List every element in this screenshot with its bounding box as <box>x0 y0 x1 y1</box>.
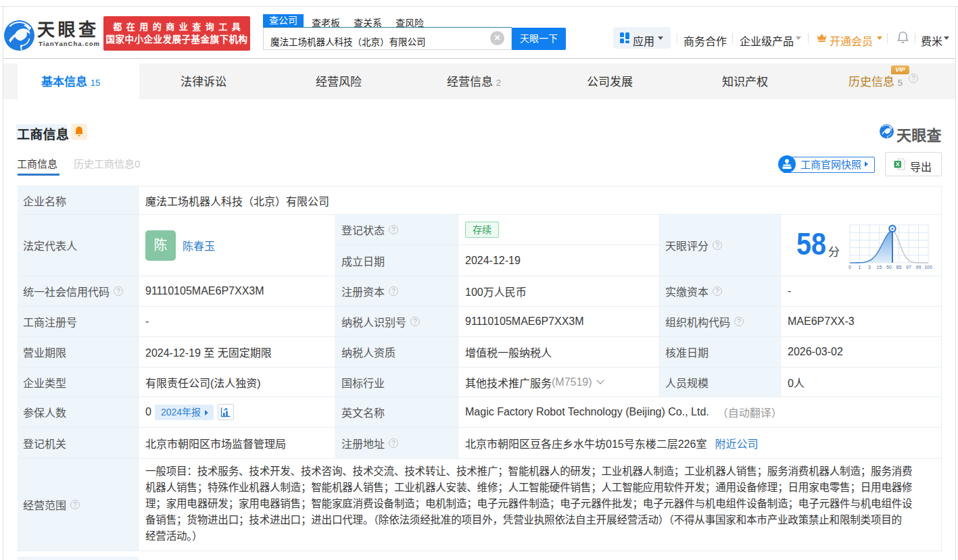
svg-text:15: 15 <box>877 265 882 270</box>
svg-text:50: 50 <box>886 265 892 270</box>
svg-text:100: 100 <box>924 265 932 270</box>
svg-text:85: 85 <box>896 265 902 270</box>
svg-text:97: 97 <box>906 265 911 270</box>
svg-text:0: 0 <box>848 265 851 270</box>
svg-text:3: 3 <box>868 265 871 270</box>
svg-text:1: 1 <box>859 265 861 270</box>
svg-text:99: 99 <box>916 265 921 270</box>
svg-text:X: X <box>896 161 900 168</box>
